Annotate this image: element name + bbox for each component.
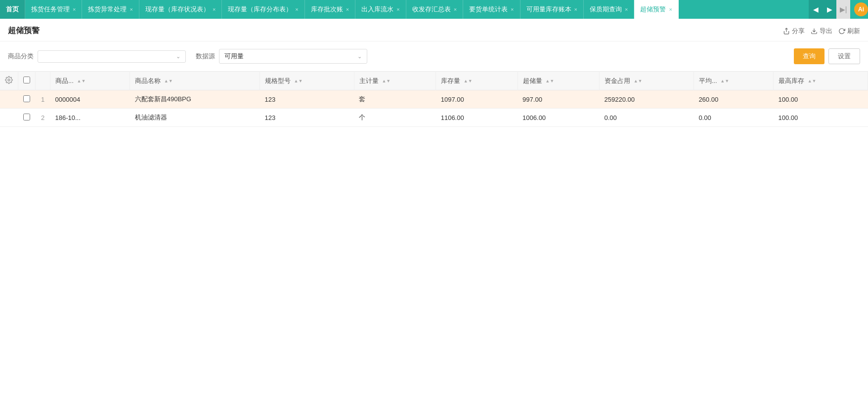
sort-unit-icon: ▲▼	[382, 79, 391, 83]
nav-item-home[interactable]: 首页	[0, 0, 25, 19]
close-tab-stock-dist-icon[interactable]: ×	[295, 6, 298, 12]
filter-area: 商品分类 ⌄ 数据源 可用量 ⌄ 查询 设置	[0, 41, 868, 71]
avatar-text: Ai	[858, 6, 864, 13]
close-tab-overstock-icon[interactable]: ×	[669, 6, 672, 12]
datasource-filter: 数据源 可用量 ⌄	[196, 49, 367, 64]
top-navigation: 首页拣货任务管理×拣货异常处理×现存量（库存状况表）×现存量（库存分布表）×库存…	[0, 0, 868, 19]
close-tab-task-icon[interactable]: ×	[73, 6, 76, 12]
sort-product-code-icon: ▲▼	[77, 79, 86, 83]
row-product-code-1: 186-10...	[50, 109, 130, 127]
avatar[interactable]: Ai	[854, 2, 868, 16]
sort-spec-icon: ▲▼	[294, 79, 303, 83]
col-checkbox-header[interactable]	[18, 72, 36, 90]
share-icon	[783, 28, 790, 35]
row-gear-1	[0, 109, 18, 127]
nav-item-stock-dist[interactable]: 现存量（库存分布表）×	[222, 0, 304, 19]
row-max-stock-1: 100.00	[774, 109, 868, 127]
nav-item-overstock[interactable]: 超储预警×	[634, 0, 678, 19]
page-content: 超储预警 分享 导出 刷新 商品分类 ⌄ 数据源	[0, 19, 868, 395]
col-gear	[0, 72, 18, 90]
share-button[interactable]: 分享	[783, 27, 805, 36]
header-actions: 分享 导出 刷新	[783, 27, 860, 36]
row-avg-1: 0.00	[694, 109, 773, 127]
category-filter: 商品分类 ⌄	[8, 50, 186, 63]
row-gear-0	[0, 90, 18, 109]
table-container: 商品... ▲▼ 商品名称 ▲▼ 规格型号 ▲▼ 主计量 ▲▼	[0, 71, 868, 127]
close-tab-abnormal-icon[interactable]: ×	[130, 6, 132, 12]
datasource-select[interactable]: 可用量 ⌄	[219, 49, 367, 64]
data-table: 商品... ▲▼ 商品名称 ▲▼ 规格型号 ▲▼ 主计量 ▲▼	[0, 71, 868, 127]
row-checkbox-1[interactable]	[23, 114, 30, 120]
category-select[interactable]: ⌄	[38, 50, 186, 63]
nav-item-abnormal[interactable]: 拣货异常处理×	[82, 0, 139, 19]
nav-arrows: ◀ ▶ ▶|	[809, 0, 850, 19]
category-label: 商品分类	[8, 52, 34, 61]
row-checkbox-cell-0[interactable]	[18, 90, 36, 109]
col-product-name[interactable]: 商品名称 ▲▼	[130, 72, 260, 90]
col-spec[interactable]: 规格型号 ▲▼	[260, 72, 354, 90]
nav-item-inout[interactable]: 出入库流水×	[355, 0, 406, 19]
datasource-value: 可用量	[224, 52, 244, 61]
row-capital-1: 0.00	[600, 109, 694, 127]
row-checkbox-0[interactable]	[23, 95, 30, 102]
row-avg-0: 260.00	[694, 90, 773, 109]
col-overstock[interactable]: 超储量 ▲▼	[518, 72, 599, 90]
refresh-button[interactable]: 刷新	[838, 27, 860, 36]
nav-item-order-stat[interactable]: 要货单统计表×	[463, 0, 520, 19]
col-capital[interactable]: 资金占用 ▲▼	[600, 72, 694, 90]
refresh-icon	[838, 28, 845, 35]
nav-item-batch[interactable]: 库存批次账×	[305, 0, 355, 19]
sort-stock-icon: ▲▼	[464, 79, 473, 83]
nav-item-task[interactable]: 拣货任务管理×	[25, 0, 82, 19]
row-overstock-1: 1006.00	[518, 109, 599, 127]
row-overstock-0: 997.00	[518, 90, 599, 109]
select-all-checkbox[interactable]	[23, 77, 30, 83]
datasource-label: 数据源	[196, 52, 215, 61]
col-stock[interactable]: 库存量 ▲▼	[436, 72, 518, 90]
export-button[interactable]: 导出	[811, 27, 832, 36]
row-product-code-0: 0000004	[50, 90, 130, 109]
row-product-name-1: 机油滤清器	[130, 109, 260, 127]
col-product-code[interactable]: 商品... ▲▼	[50, 72, 130, 90]
settings-button[interactable]: 设置	[828, 48, 860, 64]
share-label: 分享	[792, 27, 805, 36]
filter-actions: 查询 设置	[794, 48, 860, 64]
close-tab-available-icon[interactable]: ×	[574, 6, 577, 12]
col-max-stock[interactable]: 最高库存 ▲▼	[774, 72, 868, 90]
nav-item-expiry[interactable]: 保质期查询×	[584, 0, 634, 19]
sort-capital-icon: ▲▼	[634, 79, 643, 83]
nav-item-summary[interactable]: 收发存汇总表×	[406, 0, 463, 19]
sort-product-name-icon: ▲▼	[164, 79, 173, 83]
close-tab-inout-icon[interactable]: ×	[396, 6, 399, 12]
refresh-label: 刷新	[847, 27, 860, 36]
nav-prev-button[interactable]: ◀	[809, 0, 823, 19]
export-icon	[811, 28, 818, 35]
row-num-0: 1	[36, 90, 50, 109]
row-unit-0: 套	[354, 90, 435, 109]
col-unit[interactable]: 主计量 ▲▼	[354, 72, 435, 90]
page-title: 超储预警	[8, 26, 40, 36]
close-tab-stock-status-icon[interactable]: ×	[213, 6, 216, 12]
nav-last-button[interactable]: ▶|	[836, 0, 850, 19]
nav-item-available[interactable]: 可用量库存账本×	[521, 0, 584, 19]
row-max-stock-0: 100.00	[774, 90, 868, 109]
close-tab-summary-icon[interactable]: ×	[454, 6, 457, 12]
table-header-row: 商品... ▲▼ 商品名称 ▲▼ 规格型号 ▲▼ 主计量 ▲▼	[0, 72, 868, 90]
export-label: 导出	[820, 27, 832, 36]
sort-overstock-icon: ▲▼	[545, 79, 554, 83]
row-product-name-0: 六配套新昌490BPG	[130, 90, 260, 109]
nav-item-stock-status[interactable]: 现存量（库存状况表）×	[139, 0, 222, 19]
gear-icon[interactable]	[5, 76, 13, 84]
close-tab-batch-icon[interactable]: ×	[346, 6, 349, 12]
row-unit-1: 个	[354, 109, 435, 127]
close-tab-order-stat-icon[interactable]: ×	[511, 6, 514, 12]
query-button[interactable]: 查询	[794, 48, 825, 64]
table-row: 1 0000004 六配套新昌490BPG 123 套 1097.00 997.…	[0, 90, 868, 109]
row-stock-0: 1097.00	[436, 90, 518, 109]
svg-point-2	[8, 79, 10, 81]
row-spec-1: 123	[260, 109, 354, 127]
nav-next-button[interactable]: ▶	[823, 0, 836, 19]
close-tab-expiry-icon[interactable]: ×	[625, 6, 628, 12]
col-avg[interactable]: 平均... ▲▼	[694, 72, 773, 90]
row-checkbox-cell-1[interactable]	[18, 109, 36, 127]
